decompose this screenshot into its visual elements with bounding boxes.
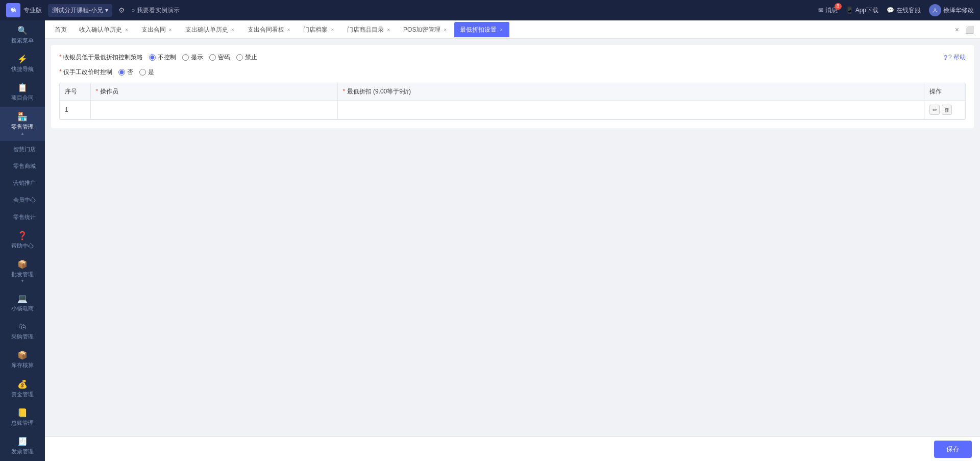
message-action[interactable]: ✉ 消息 8: [818, 6, 838, 15]
edit-row-button[interactable]: ✏: [929, 105, 940, 115]
tab-payment-board-label: 支出合同看板: [248, 26, 284, 34]
batch-icon: 📦: [17, 259, 28, 269]
tab-payment-history-close[interactable]: ×: [230, 27, 235, 33]
tab-home[interactable]: 首页: [49, 22, 72, 37]
sidebar-label-invoice: 发票管理: [11, 448, 34, 455]
radio-manual-yes-input[interactable]: [139, 69, 146, 76]
settings-icon[interactable]: ⚙: [118, 6, 125, 14]
tab-store-catalog[interactable]: 门店商品目录 ×: [341, 22, 397, 37]
tab-pos-password-close[interactable]: ×: [443, 27, 448, 33]
purchase-icon: 🛍: [18, 322, 27, 331]
tab-store-file-close[interactable]: ×: [330, 27, 335, 33]
manual-label: * 仅手工改价时控制: [59, 68, 112, 77]
radio-password[interactable]: 密码: [209, 53, 230, 62]
sidebar-item-retail[interactable]: 🏪 零售管理 ▲: [0, 107, 45, 141]
tab-store-catalog-close[interactable]: ×: [386, 27, 391, 33]
delete-row-button[interactable]: 🗑: [942, 105, 952, 115]
sidebar-label-smart-store: 智慧门店: [13, 146, 36, 153]
radio-remind-input[interactable]: [182, 54, 189, 61]
manual-required-mark: *: [59, 68, 63, 76]
sidebar-label-ledger: 总账管理: [11, 420, 34, 426]
discount-table: 序号 * 操作员 * 最低折扣 (9.00等于9折) 操作: [60, 83, 965, 119]
tab-payment-history[interactable]: 支出确认单历史 ×: [180, 22, 241, 37]
project-name: 测试分开课程-小兄: [52, 6, 103, 15]
demo-label: 我要看实例演示: [137, 6, 180, 15]
row-actions: ✏ 🗑: [929, 105, 960, 115]
project-selector[interactable]: 测试分开课程-小兄 ▾: [48, 4, 112, 17]
sidebar-item-batch[interactable]: 📦 批发管理 ▾: [0, 254, 45, 288]
help-button[interactable]: ? ? 帮助: [944, 53, 966, 62]
tab-payment-contract[interactable]: 支出合同 ×: [136, 22, 179, 37]
sidebar-item-member[interactable]: 会员中心: [0, 191, 45, 208]
avatar: 人: [929, 4, 941, 16]
sidebar-item-inventory[interactable]: 📦 库存核算: [0, 345, 45, 374]
sidebar-label-ecommerce: 小畅电商: [11, 305, 34, 312]
user-profile[interactable]: 人 徐泽华修改: [929, 4, 974, 16]
min-discount-required-mark: *: [343, 88, 347, 95]
tab-store-file-label: 门店档案: [303, 26, 328, 34]
radio-no-control-label: 不控制: [158, 53, 176, 62]
app-download-action[interactable]: 📱 App下载: [846, 6, 878, 15]
main-layout: 🔍 搜索菜单 ⚡ 快捷导航 📋 项目合同 🏪 零售管理 ▲ 智慧门店 零售商城 …: [0, 20, 980, 461]
sidebar-label-member: 会员中心: [13, 197, 36, 203]
tab-min-discount[interactable]: 最低折扣设置 ×: [454, 22, 509, 37]
tab-income-history[interactable]: 收入确认单历史 ×: [74, 22, 135, 37]
topbar-actions: ✉ 消息 8 📱 App下载 💬 在线客服 人 徐泽华修改: [818, 4, 974, 16]
online-service-label: 在线客服: [896, 6, 921, 15]
policy-radio-group: 不控制 提示 密码 禁止: [149, 53, 257, 62]
radio-remind[interactable]: 提示: [182, 53, 203, 62]
ecommerce-icon: 💻: [17, 294, 28, 303]
chevron-down-icon: ▾: [105, 7, 108, 14]
inventory-icon: 📦: [17, 350, 28, 360]
sidebar-item-smart-store[interactable]: 智慧门店: [0, 141, 45, 158]
tab-maximize-button[interactable]: ⬜: [963, 25, 976, 35]
tab-pos-password[interactable]: POS加密管理 ×: [398, 22, 453, 37]
sidebar-item-ecommerce[interactable]: 💻 小畅电商: [0, 288, 45, 317]
sidebar-item-retail-stats[interactable]: 零售统计: [0, 209, 45, 226]
tab-min-discount-close[interactable]: ×: [499, 27, 504, 33]
radio-password-input[interactable]: [209, 54, 216, 61]
policy-required-mark: *: [59, 54, 63, 61]
radio-manual-yes[interactable]: 是: [139, 68, 154, 77]
sidebar-label-marketing: 营销推广: [13, 180, 36, 186]
tab-payment-contract-close[interactable]: ×: [168, 27, 173, 33]
save-button[interactable]: 保存: [934, 441, 972, 458]
sidebar: 🔍 搜索菜单 ⚡ 快捷导航 📋 项目合同 🏪 零售管理 ▲ 智慧门店 零售商城 …: [0, 20, 45, 461]
sidebar-item-search[interactable]: 🔍 搜索菜单: [0, 20, 45, 49]
sidebar-item-ledger[interactable]: 📒 总账管理: [0, 403, 45, 431]
sidebar-item-project[interactable]: 📋 项目合同: [0, 78, 45, 106]
user-name: 徐泽华修改: [943, 6, 974, 15]
tab-payment-board[interactable]: 支出合同看板 ×: [242, 22, 297, 37]
sidebar-item-shortcut[interactable]: ⚡ 快捷导航: [0, 49, 45, 78]
radio-manual-no-input[interactable]: [118, 69, 125, 76]
tab-payment-board-close[interactable]: ×: [286, 27, 291, 33]
radio-manual-no[interactable]: 否: [118, 68, 133, 77]
sidebar-item-finance[interactable]: 💰 资金管理: [0, 374, 45, 403]
demo-link[interactable]: ○ 我要看实例演示: [131, 6, 180, 15]
tab-income-history-close[interactable]: ×: [124, 27, 129, 33]
online-service-action[interactable]: 💬 在线客服: [887, 6, 921, 15]
table-row: 1 ✏ 🗑: [60, 101, 965, 119]
radio-no-control-input[interactable]: [149, 54, 156, 61]
sidebar-item-online-shop[interactable]: 零售商城: [0, 158, 45, 175]
col-header-seq: 序号: [60, 83, 90, 101]
radio-no-control[interactable]: 不控制: [149, 53, 176, 62]
manual-radio-group: 否 是: [118, 68, 154, 77]
settings-card: * 收银员低于最低折扣控制策略 不控制 提示 密码: [51, 45, 974, 128]
tab-home-label: 首页: [55, 26, 67, 34]
operator-required-mark: *: [96, 88, 100, 95]
sidebar-item-help[interactable]: ❓ 帮助中心: [0, 226, 45, 254]
radio-forbid[interactable]: 禁止: [236, 53, 257, 62]
cell-actions: ✏ 🗑: [924, 101, 965, 119]
sidebar-item-purchase[interactable]: 🛍 采购管理: [0, 317, 45, 345]
tab-store-file[interactable]: 门店档案 ×: [298, 22, 340, 37]
sidebar-item-invoice[interactable]: 🧾 发票管理: [0, 431, 45, 460]
app-version-label: 专业版: [23, 6, 42, 15]
tab-close-all-button[interactable]: ×: [953, 25, 961, 35]
sidebar-item-marketing[interactable]: 营销推广: [0, 175, 45, 191]
sidebar-label-search: 搜索菜单: [11, 37, 34, 44]
help-icon: ❓: [17, 231, 28, 240]
radio-forbid-input[interactable]: [236, 54, 243, 61]
app-download-label: App下载: [855, 6, 878, 15]
ledger-icon: 📒: [17, 408, 28, 418]
